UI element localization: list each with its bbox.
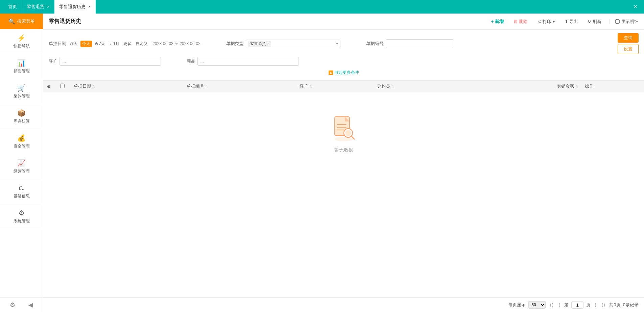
filter-row-2: 客户 ... 商品 ... xyxy=(49,57,639,66)
refresh-button[interactable]: ↻ 刷新 xyxy=(585,17,604,26)
settings-button[interactable]: 设置 xyxy=(618,44,639,54)
header-actions: + 新增 🗑 删除 🖨 打印 ▾ ⬆ 导出 ↻ 刷新 显示明细 xyxy=(488,17,639,26)
show-detail-label[interactable]: 显示明细 xyxy=(615,19,639,25)
filter-row-1: 单据日期 昨天 今天 近7天 近1月 更多 自定义 2023-06-02 至 2… xyxy=(49,33,639,54)
page-number-input[interactable] xyxy=(571,302,583,309)
sort-guide-icon[interactable]: ⇅ xyxy=(391,85,394,88)
th-date-label: 单据日期 xyxy=(74,83,91,89)
prev-page-button[interactable]: ⟨ xyxy=(557,302,562,308)
delete-button[interactable]: 🗑 删除 xyxy=(510,17,530,26)
divider xyxy=(610,19,610,24)
collapse-bar[interactable]: 🔼 收起更多条件 xyxy=(327,68,360,77)
th-customer-label: 客户 xyxy=(300,83,308,89)
th-action: 操作 xyxy=(581,81,644,92)
table-container: ⚙ 单据日期 ⇅ 单据编号 xyxy=(43,81,644,312)
customer-placeholder: ... xyxy=(63,59,66,64)
window-close-button[interactable]: × xyxy=(630,3,641,10)
sidebar-search-bar[interactable]: 🔍 搜索菜单 xyxy=(0,14,43,29)
tab-return[interactable]: 零售退货 × xyxy=(22,0,54,14)
th-date: 单据日期 ⇅ xyxy=(70,81,183,92)
sidebar-item-finance[interactable]: 💰 资金管理 xyxy=(0,129,43,154)
sidebar-item-label: 资金管理 xyxy=(14,143,30,149)
new-button[interactable]: + 新增 xyxy=(488,17,506,26)
last-page-button[interactable]: ⟩⟩ xyxy=(600,302,606,308)
doc-type-tag-close[interactable]: × xyxy=(267,41,269,46)
th-amount: 实销金额 ⇅ xyxy=(469,81,581,92)
sidebar-item-inventory[interactable]: 📦 库存核算 xyxy=(0,104,43,129)
sidebar-item-operations[interactable]: 📈 经营管理 xyxy=(0,154,43,179)
filter-customer: 客户 ... xyxy=(49,57,161,66)
finance-icon: 💰 xyxy=(17,134,26,142)
filter-doc-type: 单据类型 零售退货 × ▾ xyxy=(226,40,340,48)
empty-illustration xyxy=(329,113,359,143)
filter-area: 单据日期 昨天 今天 近7天 近1月 更多 自定义 2023-06-02 至 2… xyxy=(43,30,644,81)
show-detail-checkbox[interactable] xyxy=(615,19,620,24)
tab-return-close[interactable]: × xyxy=(47,4,49,9)
export-button[interactable]: ⬆ 导出 xyxy=(562,17,581,26)
svg-point-7 xyxy=(345,130,351,136)
purchase-icon: 🛒 xyxy=(17,84,26,92)
pagination: 每页显示 20 50 100 ⟨⟨ ⟨ 第 页 ⟩ ⟩⟩ 共0页, 0条记录 xyxy=(43,297,644,312)
th-docnum-label: 单据编号 xyxy=(187,83,204,89)
tab-history-close[interactable]: × xyxy=(88,4,91,9)
sidebar-item-quick-nav[interactable]: ⚡ 快捷导航 xyxy=(0,29,43,54)
goods-input[interactable]: ... xyxy=(197,57,299,66)
doc-number-label: 单据编号 xyxy=(366,41,384,47)
doc-type-tag-value: 零售退货 xyxy=(250,41,266,47)
sales-icon: 📊 xyxy=(17,59,26,67)
per-page-select[interactable]: 20 50 100 xyxy=(528,301,546,309)
operations-icon: 📈 xyxy=(17,159,26,167)
doc-number-input[interactable] xyxy=(386,39,453,48)
sort-docnum-icon[interactable]: ⇅ xyxy=(205,85,208,88)
sidebar-menu: ⚡ 快捷导航 📊 销售管理 🛒 采购管理 📦 库存核算 💰 资金管理 xyxy=(0,29,43,297)
sidebar: 🔍 搜索菜单 ⚡ 快捷导航 📊 销售管理 🛒 采购管理 📦 库 xyxy=(0,14,43,312)
select-all-checkbox[interactable] xyxy=(60,84,65,88)
next-page-button[interactable]: ⟩ xyxy=(593,302,598,308)
sort-date-icon[interactable]: ⇅ xyxy=(92,85,95,88)
th-guide-label: 导购员 xyxy=(377,83,390,89)
doc-type-select[interactable]: 零售退货 × ▾ xyxy=(246,40,340,48)
sidebar-item-purchase[interactable]: 🛒 采购管理 xyxy=(0,79,43,104)
sidebar-item-sales[interactable]: 📊 销售管理 xyxy=(0,54,43,79)
sidebar-item-label: 销售管理 xyxy=(14,68,30,74)
sidebar-item-label: 系统管理 xyxy=(14,218,30,224)
date-opt-yesterday[interactable]: 昨天 xyxy=(68,41,79,47)
date-options: 昨天 今天 近7天 近1月 更多 自定义 xyxy=(68,41,149,47)
collapse-icon: 🔼 xyxy=(328,70,333,75)
per-page-label: 每页显示 xyxy=(508,302,526,308)
sidebar-item-system[interactable]: ⚙ 系统管理 xyxy=(0,204,43,229)
date-opt-1month[interactable]: 近1月 xyxy=(108,41,121,47)
system-icon: ⚙ xyxy=(19,209,25,217)
print-button[interactable]: 🖨 打印 ▾ xyxy=(534,17,558,26)
th-customer: 客户 ⇅ xyxy=(296,81,374,92)
page-suffix: 页 xyxy=(586,302,591,308)
collapse-sidebar-icon[interactable]: ◀ xyxy=(28,301,33,309)
total-records: 共0页, 0条记录 xyxy=(609,302,639,308)
table-header-row: ⚙ 单据日期 ⇅ 单据编号 xyxy=(43,81,644,92)
tab-history-label: 零售退货历史 xyxy=(59,4,86,10)
customer-input[interactable]: ... xyxy=(59,57,161,66)
th-checkbox[interactable] xyxy=(57,81,70,92)
show-detail-text: 显示明细 xyxy=(621,19,639,25)
settings-bottom-icon[interactable]: ⚙ xyxy=(10,301,15,309)
sort-customer-icon[interactable]: ⇅ xyxy=(309,85,312,88)
sidebar-item-basic-info[interactable]: 🗂 基础信息 xyxy=(0,179,43,204)
first-page-button[interactable]: ⟨⟨ xyxy=(548,302,554,308)
tab-home[interactable]: 首页 xyxy=(3,0,22,14)
date-opt-7days[interactable]: 近7天 xyxy=(93,41,106,47)
date-opt-custom[interactable]: 自定义 xyxy=(134,41,149,47)
tab-history[interactable]: 零售退货历史 × xyxy=(54,0,96,14)
goods-placeholder: ... xyxy=(200,59,204,64)
filter-goods: 商品 ... xyxy=(187,57,299,66)
sidebar-search-label: 搜索菜单 xyxy=(17,18,35,24)
th-settings[interactable]: ⚙ xyxy=(43,81,57,92)
date-opt-today[interactable]: 今天 xyxy=(80,41,92,47)
th-guide: 导购员 ⇅ xyxy=(374,81,469,92)
date-opt-more[interactable]: 更多 xyxy=(122,41,133,47)
query-button[interactable]: 查询 xyxy=(618,33,639,43)
th-docnum: 单据编号 ⇅ xyxy=(183,81,296,92)
svg-point-0 xyxy=(334,137,353,141)
date-range: 2023-06-02 至 2023-06-02 xyxy=(152,41,200,47)
page-title: 零售退货历史 xyxy=(49,18,81,25)
sort-amount-icon[interactable]: ⇅ xyxy=(575,85,578,88)
